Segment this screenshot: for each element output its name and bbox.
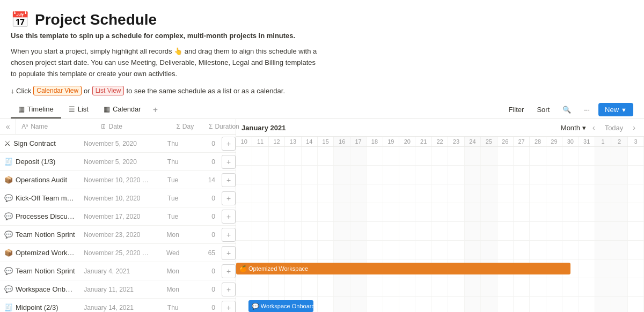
add-to-row-button[interactable]: +: [222, 246, 236, 260]
timeline-cell: [302, 241, 318, 259]
next-month-button[interactable]: ›: [630, 122, 639, 133]
date-cell: 22: [432, 137, 448, 146]
table-row[interactable]: ⚔ Sign Contract November 5, 2020 Thu 0 +: [0, 135, 236, 153]
timeline-cell: [530, 241, 546, 259]
timeline-cell: [497, 166, 514, 184]
timeline-cell: [350, 203, 367, 221]
timeline-cell: [546, 166, 562, 184]
tab-calendar[interactable]: ▦ Calendar: [96, 101, 149, 118]
timeline-cell: [595, 147, 611, 165]
add-to-row-button[interactable]: +: [222, 264, 236, 278]
add-to-row-button[interactable]: +: [222, 191, 236, 205]
cell-name: 💬 Team Notion Sprint: [0, 228, 79, 241]
table-row[interactable]: 💬 Team Notion Sprint January 4, 2021 Mon…: [0, 262, 236, 280]
table-row[interactable]: 💬 Processes Discussion November 17, 2020…: [0, 207, 236, 226]
timeline-cell: [611, 297, 627, 312]
sort-button[interactable]: Sort: [532, 103, 554, 116]
calendar-view-badge[interactable]: Calendar View: [33, 86, 82, 95]
add-to-row-button[interactable]: +: [222, 210, 236, 224]
timeline-cell: [481, 222, 497, 240]
table-row[interactable]: 📦 Optemized Workspace November 25, 2020 …: [0, 244, 236, 262]
timeline-cell: [628, 297, 644, 312]
timeline-row: [236, 203, 644, 222]
timeline-cell: [334, 203, 350, 221]
add-to-row-button[interactable]: +: [222, 301, 236, 312]
table-row[interactable]: 💬 Kick-Off Team meeting November 10, 202…: [0, 189, 236, 207]
timeline-cell: [497, 203, 514, 221]
timeline-row: 💬 Workspace Onboarding: [236, 297, 644, 312]
timeline-cell: [514, 203, 530, 221]
timeline-cell: [628, 278, 644, 296]
prev-month-button[interactable]: ‹: [589, 122, 598, 133]
timeline-cell: [628, 166, 644, 184]
col-header-day: Σ Day: [171, 120, 203, 133]
timeline-cell: [334, 278, 350, 296]
timeline-cell: [334, 222, 350, 240]
filter-button[interactable]: Filter: [504, 103, 529, 116]
click-prefix: ↓ Click: [11, 87, 31, 95]
timeline-cell: [252, 241, 268, 259]
gantt-bar[interactable]: 🍊 Optemized Workspace: [236, 263, 570, 274]
date-cell: 30: [562, 137, 579, 146]
new-button[interactable]: New ▼: [598, 103, 633, 116]
date-cell: 11: [252, 137, 268, 146]
table-row[interactable]: 📦 Operations Audit November 10, 2020 → N…: [0, 171, 236, 189]
cell-day: Thu: [157, 302, 189, 312]
add-to-row-button[interactable]: +: [222, 155, 236, 169]
tab-timeline[interactable]: ▦ Timeline: [11, 101, 61, 118]
table-row[interactable]: 🧾 Deposit (1/3) November 5, 2020 Thu 0 +: [0, 153, 236, 171]
timeline-cell: [383, 166, 399, 184]
add-to-row-button[interactable]: +: [222, 283, 236, 296]
table-row[interactable]: 🧾 Midpoint (2/3) January 14, 2021 Thu 0 …: [0, 299, 236, 312]
timeline-cell: [628, 259, 644, 278]
date-cell: 10: [236, 137, 252, 146]
tab-list[interactable]: ☰ List: [61, 101, 96, 118]
timeline-cell: [579, 278, 595, 296]
tab-list-label: List: [78, 105, 89, 113]
timeline-cell: [236, 278, 252, 296]
timeline-cell: [546, 297, 562, 312]
row-icon: 💬: [4, 285, 13, 293]
row-icon: ⚔: [4, 139, 11, 147]
timeline-cell: [628, 203, 644, 221]
timeline-cell: [448, 147, 464, 165]
timeline-cell: [367, 222, 383, 240]
header-click-row: ↓ Click Calendar View or List View to se…: [11, 86, 633, 95]
gantt-bar[interactable]: 💬 Workspace Onboarding: [248, 300, 314, 312]
timeline-cell: [497, 241, 514, 259]
col-header-date: 🗓 Date: [95, 120, 171, 133]
col-header-duration: Σ Duration: [203, 120, 236, 133]
date-cell: 25: [481, 137, 497, 146]
add-to-row-button[interactable]: +: [222, 228, 236, 242]
dates-row: 1011121314151617181920212223242526272829…: [236, 137, 644, 147]
new-label: New: [605, 106, 619, 114]
add-to-row-button[interactable]: +: [222, 137, 236, 151]
timeline-cell: [465, 297, 481, 312]
add-to-row-button[interactable]: +: [222, 173, 236, 187]
timeline-cell: [465, 241, 481, 259]
table-row[interactable]: 💬 Team Notion Sprint November 23, 2020 M…: [0, 226, 236, 244]
timeline-cell: [350, 166, 367, 184]
timeline-cell: [530, 166, 546, 184]
tab-timeline-label: Timeline: [27, 105, 54, 113]
timeline-cell: [628, 222, 644, 240]
row-icon: 📦: [4, 249, 13, 257]
date-icon: 🗓: [100, 123, 107, 130]
timeline-cell: [383, 184, 399, 203]
timeline-cell: [302, 147, 318, 165]
cell-day: Tue: [157, 174, 189, 186]
collapse-button[interactable]: «: [0, 119, 16, 134]
more-button[interactable]: ···: [580, 103, 594, 116]
timeline-cell: [514, 297, 530, 312]
timeline-cell: [611, 166, 627, 184]
timeline-cell: [285, 166, 301, 184]
cell-name: 🧾 Deposit (1/3): [0, 155, 79, 168]
month-selector[interactable]: Month ▾: [561, 124, 586, 132]
search-button[interactable]: 🔍: [558, 103, 575, 116]
add-view-button[interactable]: +: [149, 103, 162, 117]
table-row[interactable]: 💬 Workspace Onboarding January 11, 2021 …: [0, 280, 236, 299]
list-view-badge[interactable]: List View: [92, 86, 125, 95]
timeline-rows: 🍊 Optemized Workspace💬 Workspace Onboard…: [236, 147, 644, 312]
timeline-cell: [481, 278, 497, 296]
today-button[interactable]: Today: [602, 123, 627, 133]
